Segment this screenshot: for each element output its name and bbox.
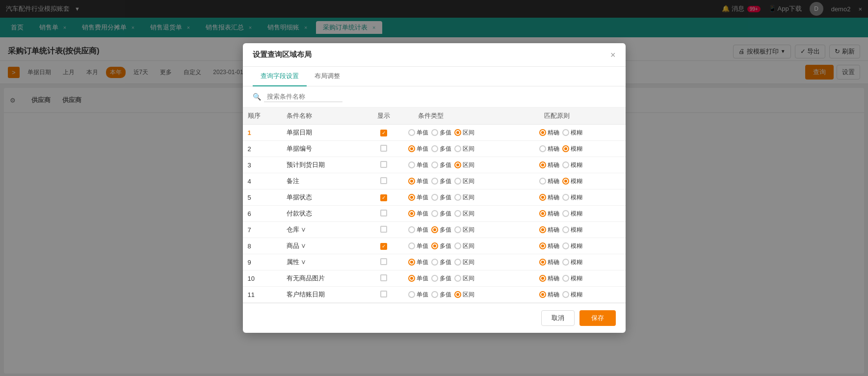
table-row: 5单据状态单值多值区间精确模糊 — [243, 189, 626, 206]
row-display-8[interactable] — [364, 254, 403, 270]
row-type-0: 单值多值区间 — [403, 125, 534, 141]
row-order-3: 4 — [243, 173, 282, 189]
tab-query-fields[interactable]: 查询字段设置 — [253, 67, 307, 86]
col-type: 条件类型 — [403, 107, 534, 125]
row-display-2[interactable] — [364, 157, 403, 173]
table-row: 7仓库 ∨单值多值区间精确模糊 — [243, 222, 626, 238]
row-type-4: 单值多值区间 — [403, 189, 534, 206]
row-match-1: 精确模糊 — [534, 141, 626, 157]
row-name-0: 单据日期 — [282, 125, 365, 141]
cancel-button[interactable]: 取消 — [541, 310, 575, 326]
row-display-5[interactable] — [364, 206, 403, 222]
table-row: 4备注单值多值区间精确模糊 — [243, 173, 626, 189]
table-row: 8商品 ∨单值多值区间精确模糊 — [243, 238, 626, 254]
row-match-10: 精确模糊 — [534, 287, 626, 303]
row-match-9: 精确模糊 — [534, 270, 626, 287]
table-row: 2单据编号单值多值区间精确模糊 — [243, 141, 626, 157]
row-name-7: 商品 ∨ — [282, 238, 365, 254]
row-order-5: 6 — [243, 206, 282, 222]
row-name-2: 预计到货日期 — [282, 157, 365, 173]
table-row: 9属性 ∨单值多值区间精确模糊 — [243, 254, 626, 270]
row-name-5: 付款状态 — [282, 206, 365, 222]
col-display: 显示 — [364, 107, 403, 125]
row-type-10: 单值多值区间 — [403, 287, 534, 303]
search-input[interactable] — [264, 91, 342, 102]
row-type-2: 单值多值区间 — [403, 157, 534, 173]
row-order-8: 9 — [243, 254, 282, 270]
row-display-9[interactable] — [364, 270, 403, 287]
row-type-5: 单值多值区间 — [403, 206, 534, 222]
tab-layout[interactable]: 布局调整 — [307, 67, 348, 86]
row-display-7[interactable] — [364, 238, 403, 254]
row-order-6: 7 — [243, 222, 282, 238]
save-button[interactable]: 保存 — [579, 310, 616, 326]
row-match-2: 精确模糊 — [534, 157, 626, 173]
row-name-6: 仓库 ∨ — [282, 222, 365, 238]
row-type-8: 单值多值区间 — [403, 254, 534, 270]
dialog-close-button[interactable]: × — [610, 51, 616, 59]
col-match: 匹配原则 — [534, 107, 626, 125]
row-display-10[interactable] — [364, 287, 403, 303]
row-name-8: 属性 ∨ — [282, 254, 365, 270]
row-match-8: 精确模糊 — [534, 254, 626, 270]
row-display-6[interactable] — [364, 222, 403, 238]
search-icon: 🔍 — [253, 93, 261, 101]
dialog-title: 设置查询区域布局 — [253, 50, 312, 59]
row-display-4[interactable] — [364, 189, 403, 206]
row-order-2: 3 — [243, 157, 282, 173]
row-name-9: 有无商品图片 — [282, 270, 365, 287]
row-type-1: 单值多值区间 — [403, 141, 534, 157]
row-name-1: 单据编号 — [282, 141, 365, 157]
row-order-4: 5 — [243, 189, 282, 206]
row-type-7: 单值多值区间 — [403, 238, 534, 254]
row-match-0: 精确模糊 — [534, 125, 626, 141]
table-row: 11客户结账日期单值多值区间精确模糊 — [243, 287, 626, 303]
row-match-5: 精确模糊 — [534, 206, 626, 222]
dialog-search-bar: 🔍 — [243, 86, 626, 107]
row-name-10: 客户结账日期 — [282, 287, 365, 303]
row-type-9: 单值多值区间 — [403, 270, 534, 287]
table-row: 3预计到货日期单值多值区间精确模糊 — [243, 157, 626, 173]
col-order: 顺序 — [243, 107, 282, 125]
row-match-4: 精确模糊 — [534, 189, 626, 206]
row-match-3: 精确模糊 — [534, 173, 626, 189]
row-order-9: 10 — [243, 270, 282, 287]
modal-overlay: 设置查询区域布局 × 查询字段设置 布局调整 🔍 顺序 条件名称 显示 — [0, 0, 868, 376]
col-name: 条件名称 — [282, 107, 365, 125]
row-type-3: 单值多值区间 — [403, 173, 534, 189]
dialog-body: 顺序 条件名称 显示 条件类型 匹配原则 1单据日期单值多值区间精确模糊2单据编… — [243, 107, 626, 303]
row-display-0[interactable] — [364, 125, 403, 141]
table-row: 6付款状态单值多值区间精确模糊 — [243, 206, 626, 222]
dialog: 设置查询区域布局 × 查询字段设置 布局调整 🔍 顺序 条件名称 显示 — [243, 43, 626, 333]
row-order-10: 11 — [243, 287, 282, 303]
row-order-0: 1 — [243, 125, 282, 141]
row-match-6: 精确模糊 — [534, 222, 626, 238]
row-order-1: 2 — [243, 141, 282, 157]
row-display-3[interactable] — [364, 173, 403, 189]
row-order-7: 8 — [243, 238, 282, 254]
row-display-1[interactable] — [364, 141, 403, 157]
row-match-7: 精确模糊 — [534, 238, 626, 254]
row-type-6: 单值多值区间 — [403, 222, 534, 238]
table-row: 1单据日期单值多值区间精确模糊 — [243, 125, 626, 141]
conditions-table: 顺序 条件名称 显示 条件类型 匹配原则 1单据日期单值多值区间精确模糊2单据编… — [243, 107, 626, 303]
row-name-3: 备注 — [282, 173, 365, 189]
table-row: 10有无商品图片单值多值区间精确模糊 — [243, 270, 626, 287]
row-name-4: 单据状态 — [282, 189, 365, 206]
dialog-tabs: 查询字段设置 布局调整 — [243, 67, 626, 86]
dialog-header: 设置查询区域布局 × — [243, 43, 626, 67]
dialog-table-wrap: 顺序 条件名称 显示 条件类型 匹配原则 1单据日期单值多值区间精确模糊2单据编… — [243, 107, 626, 303]
dialog-footer: 取消 保存 — [243, 303, 626, 333]
